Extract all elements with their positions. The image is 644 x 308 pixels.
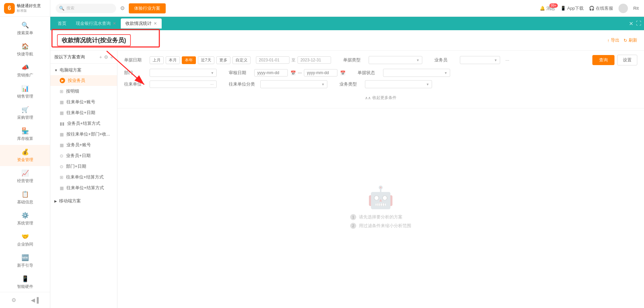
sidebar-item-quicknav[interactable]: 🏠 快捷导航 [0,39,50,60]
dept-filter-label: 部门 [124,70,144,76]
scheme-item-salesman-date[interactable]: ⊙ 业务员+日期 [50,150,117,161]
query-button[interactable]: 查询 [592,55,614,65]
scheme-item-partner-account[interactable]: ▦ 往来单位+账号 [50,97,117,107]
date-btn-lastmonth[interactable]: 上月 [150,56,164,64]
review-date-to-icon[interactable]: 📅 [340,70,345,75]
filter-actions: 查询 设置 [592,55,637,65]
sidebar-item-sales[interactable]: 📊 销售管理 [0,82,50,103]
sidebar-item-label: 系统管理 [17,220,33,226]
type-select[interactable] [369,56,422,64]
hint-text-1: 请先选择要分析的方案 [359,214,402,220]
biz-type-select[interactable] [365,80,432,88]
tab-receipts[interactable]: 收款情况统计 ✕ [121,18,162,29]
sidebar-item-system[interactable]: ⚙️ 系统管理 [0,208,50,229]
review-date-from-input[interactable] [254,69,288,76]
scheme-item-label: 按往来单位+部门+收... [66,131,110,137]
receipts-tab-close[interactable]: ✕ [154,21,157,26]
online-service-button[interactable]: 🎧 在线客服 [589,5,613,11]
salesman-select-wrapper [460,56,500,64]
scheme-item-dept-date[interactable]: ⊙ 部门+日期 [50,161,117,172]
scheme-item-salesman[interactable]: ▶ 按业务员 [50,75,117,86]
export-button[interactable]: ↑ 导出 [607,37,620,43]
online-service-label: 在线客服 [596,5,613,11]
sidebar-item-label: 新手引导 [17,263,33,268]
sidebar-item-enterprise[interactable]: 🤝 企业协同 [0,229,50,251]
salesman-select[interactable] [460,56,500,64]
empty-hint-1: 1 请先选择要分析的方案 [350,214,411,220]
user-name: Rit [633,6,639,11]
sidebar-logo: 6 畅捷通好生意 标准版 [0,0,50,17]
add-scheme-icon[interactable]: + [99,54,102,60]
scheme-item-salesman-payment[interactable]: ▮▮ 业务员+结算方式 [50,118,117,129]
settings-button[interactable]: 设置 [617,55,637,65]
review-date-from-icon[interactable]: 📅 [290,70,296,75]
header-settings-icon[interactable]: ⚙ [119,4,126,13]
hint-num-1: 1 [350,214,356,220]
collapse-bar[interactable]: ∧∧ 收起更多条件 [124,92,637,104]
scheme-settings-icon[interactable]: ⚙ [104,54,108,60]
sidebar-item-operations[interactable]: 📈 经营管理 [0,166,50,187]
guide-icon: 🆕 [21,254,29,261]
review-date-to-input[interactable] [304,69,337,76]
sidebar-item-finance[interactable]: 💰 资金管理 [0,145,50,166]
scheme-item-partner-payment1[interactable]: ⊞ 往来单位+结算方式 [50,172,117,183]
partner-category-label: 往来单位分类 [229,81,255,87]
sidebar-item-base[interactable]: 📋 基础信息 [0,187,50,208]
close-all-tabs-icon[interactable]: ✕ [629,20,633,27]
dept-select[interactable] [150,69,217,77]
tab-home[interactable]: 首页 [53,18,71,29]
app-download-button[interactable]: 📱 App下载 [560,5,584,11]
type-filter-label: 单据类型 [343,57,363,63]
date-btn-thismonth[interactable]: 本月 [166,56,180,64]
tab-cashflow[interactable]: 现金银行流水查询 ✕ [71,18,121,29]
collapse-panel-icon[interactable]: « [110,54,113,60]
date-from-input[interactable] [256,56,289,64]
date-filter-label: 单据日期 [124,57,144,63]
scheme-item-partner-dept[interactable]: ▦ 按往来单位+部门+收... [50,129,117,140]
trial-button[interactable]: 体验行业方案 [129,3,166,13]
scheme-group-pc-header[interactable]: ▼ 电脑端方案 [50,65,117,75]
user-avatar[interactable] [619,4,628,13]
footer-collapse-icon[interactable]: ◀▐ [31,297,39,303]
base-icon: 📋 [21,191,29,198]
marketing-icon: 📣 [21,64,29,71]
date-btn-custom[interactable]: 自定义 [232,56,251,64]
partner-more-icon[interactable]: ··· [210,82,214,87]
cashflow-tab-close[interactable]: ✕ [113,21,116,26]
scheme-item-partner-date[interactable]: ▦ 往来单位+日期 [50,107,117,118]
sidebar-item-guide[interactable]: 🆕 新手引导 [0,251,50,272]
tab-bar: 首页 现金银行流水查询 ✕ 收款情况统计 ✕ ✕ ⛶ [50,17,644,30]
fullscreen-icon[interactable]: ⛶ [636,20,641,27]
sidebar-item-hardware[interactable]: 📱 智能硬件 [0,272,50,292]
sidebar-item-inventory[interactable]: 🏪 库存核算 [0,124,50,145]
footer-settings-icon[interactable]: ⚙ [11,297,16,303]
filter-row-1: 单据日期 上月 本月 本年 近7天 更多 自定义 至 [124,55,637,65]
sidebar-item-search[interactable]: 🔍 搜索菜单 [0,18,50,39]
partner-category-select[interactable] [260,80,327,88]
app-download-label: App下载 [567,5,584,11]
header-search[interactable]: 🔍 搜索 [56,4,116,13]
scheme-item-partner-payment2[interactable]: ▦ 往来单位+结算方式 [50,183,117,193]
scheme-item-label: 按明细 [66,88,79,94]
scheme-item-detail[interactable]: ⊞ 按明细 [50,86,117,97]
table-icon-3: ▦ [60,132,64,137]
notifications-button[interactable]: 🔔 消息 99+ [540,5,555,11]
scheme-group-mobile-header[interactable]: ▶ 移动端方案 [50,196,117,206]
system-icon: ⚙️ [21,212,29,219]
partner-category-select-wrapper [260,80,327,88]
sidebar-item-marketing[interactable]: 📣 营销推广 [0,60,50,82]
clock-icon-2: ⊙ [60,164,63,169]
table-icon-4: ▦ [60,143,64,148]
salesman-more-icon[interactable]: ··· [505,57,509,63]
bar-icon: ▮▮ [60,121,64,126]
active-dot-icon: ▶ [60,78,65,83]
sidebar-item-purchase[interactable]: 🛒 采购管理 [0,103,50,124]
date-btn-thisyear[interactable]: 本年 [182,56,196,64]
date-btn-7days[interactable]: 近7天 [198,56,214,64]
scheme-item-salesman-account[interactable]: ▦ 业务员+账号 [50,140,117,150]
date-to-input[interactable] [298,56,331,64]
date-btn-more[interactable]: 更多 [216,56,230,64]
refresh-button[interactable]: ↻ 刷新 [624,37,637,43]
date-range-separator: 至 [291,57,296,63]
doc-status-select[interactable] [383,69,450,77]
